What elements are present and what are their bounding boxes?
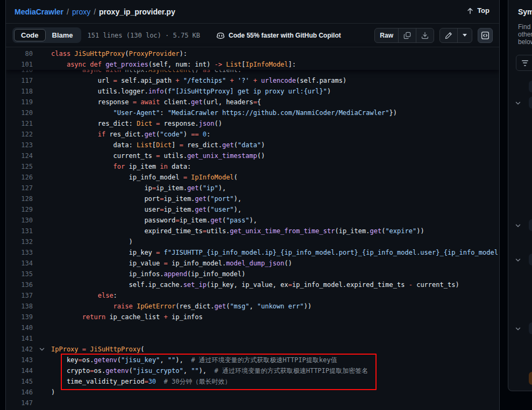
line-number[interactable]: 129 (6, 204, 33, 215)
line-number[interactable]: 80 (6, 48, 33, 59)
line-number[interactable]: 130 (6, 215, 33, 226)
code-text: ip_info_model = IpInfoModel( (51, 172, 238, 183)
line-number[interactable]: 134 (6, 258, 33, 269)
scroll-to-top-button[interactable]: Top (466, 6, 490, 15)
symbol-item-pill[interactable] (529, 254, 532, 265)
symbols-panel-description: Findotherbelow (508, 16, 532, 46)
line-number[interactable]: 127 (6, 183, 33, 193)
symbol-item-pill[interactable] (529, 81, 532, 92)
edit-file-button[interactable] (440, 28, 458, 42)
code-text: response = await client.get(url, headers… (51, 97, 261, 107)
symbol-tree-chevron-icon[interactable] (515, 325, 521, 334)
symbol-item-pill[interactable] (529, 372, 532, 385)
line-number[interactable]: 119 (6, 97, 33, 107)
code-text: res_dict: Dict = response.json() (51, 118, 222, 129)
code-text: url = self.api_path + "/fetchips" + '?' … (51, 75, 346, 86)
symbol-item-pill[interactable] (529, 322, 532, 334)
line-number[interactable]: 147 (6, 398, 33, 408)
line-number[interactable]: 128 (6, 193, 33, 204)
code-text: time_validity_period=30 # 30分钟（最长时效） (51, 376, 231, 387)
line-number[interactable]: 141 (6, 333, 33, 344)
line-number[interactable]: 139 (6, 312, 33, 322)
line-number[interactable]: 144 (6, 365, 33, 376)
copilot-banner-text: Code 55% faster with GitHub Copilot (229, 32, 341, 39)
symbols-panel-toggle-button[interactable] (478, 28, 493, 43)
line-number[interactable]: 138 (6, 301, 33, 312)
line-number[interactable]: 133 (6, 247, 33, 258)
symbol-tree-item (508, 81, 532, 93)
code-text: current_ts = utils.get_unix_timestamp() (51, 150, 265, 161)
line-number[interactable]: 143 (6, 355, 33, 365)
code-listing: 116 async with httpx.AsyncClient() as cl… (6, 64, 499, 408)
code-text: user=ip_item.get("user"), (51, 204, 242, 215)
code-line-124: 124 current_ts = utils.get_unix_timestam… (6, 150, 499, 161)
line-number[interactable]: 135 (6, 269, 33, 279)
code-line-132: 132 ) (6, 236, 499, 247)
line-number[interactable]: 142 (6, 344, 33, 355)
edit-dropdown-button[interactable] (458, 28, 472, 42)
line-number[interactable]: 122 (6, 129, 33, 140)
line-number[interactable]: 125 (6, 161, 33, 172)
line-number[interactable]: 132 (6, 236, 33, 247)
breadcrumb-separator: / (94, 8, 96, 16)
code-line-123: 123 data: List[Dict] = res_dict.get("dat… (6, 140, 499, 150)
breadcrumb-folder-link[interactable]: proxy (72, 8, 90, 16)
symbol-tree-item (508, 322, 532, 335)
symbol-item-pill[interactable] (529, 97, 532, 109)
breadcrumb-filename: proxy_ip_provider.py (99, 8, 175, 16)
line-number[interactable]: 145 (6, 376, 33, 387)
raw-button[interactable]: Raw (375, 28, 399, 42)
symbol-tree-chevron-icon[interactable] (515, 256, 521, 265)
symbol-tree-chevron-icon[interactable] (515, 99, 521, 109)
code-text: return ip_cache_list + ip_infos (51, 312, 203, 322)
triangle-down-icon (463, 34, 467, 37)
pencil-icon (445, 32, 452, 39)
code-line-139: 139 return ip_cache_list + ip_infos (6, 312, 499, 322)
line-number[interactable]: 121 (6, 118, 33, 129)
line-number[interactable]: 126 (6, 172, 33, 183)
chevron-down-icon (515, 257, 521, 263)
symbol-tree-item (508, 372, 532, 385)
code-line-80: 80class JiSuHttpProxy(ProxyProvider): (6, 48, 499, 59)
symbols-panel-title: Sym (508, 0, 532, 16)
line-number[interactable]: 123 (6, 140, 33, 150)
line-number[interactable]: 131 (6, 226, 33, 236)
code-line-140: 140 (6, 322, 499, 333)
chevron-down-icon (39, 346, 45, 353)
copy-raw-content-button[interactable] (399, 28, 416, 42)
line-number[interactable]: 140 (6, 322, 33, 333)
code-line-142: 142IpProxy = JiSuHttpProxy( (6, 344, 499, 355)
line-number[interactable]: 101 (6, 59, 33, 70)
line-number[interactable]: 124 (6, 150, 33, 161)
symbol-item-pill[interactable] (529, 219, 532, 231)
code-line-143: 143 key=os.getenv("jisu_key", ""), # 通过环… (6, 355, 499, 365)
fold-chevron-icon[interactable] (33, 344, 51, 355)
code-text: ip_key = f"JISUHTTP_{ip_info_model.ip}_{… (51, 247, 498, 258)
symbols-panel: Sym Findotherbelow (508, 0, 532, 391)
code-line-147: 147 (6, 398, 499, 408)
breadcrumb-repo-link[interactable]: MediaCrawler (15, 8, 63, 16)
line-number[interactable]: 146 (6, 387, 33, 398)
code-text: port=ip_item.get("port"), (51, 193, 242, 204)
code-text: crypto=os.getenv("jisu_crypto", ""), # 通… (51, 365, 368, 376)
symbols-filter-button[interactable] (516, 55, 532, 71)
copy-icon (403, 32, 411, 39)
copilot-banner: Code 55% faster with GitHub Copilot (216, 31, 341, 40)
code-line-146: 146) (6, 387, 499, 398)
line-number[interactable]: 137 (6, 290, 33, 301)
line-number[interactable]: 117 (6, 75, 33, 86)
code-line-127: 127 ip=ip_item.get("ip"), (6, 183, 499, 193)
line-number[interactable]: 118 (6, 86, 33, 97)
code-text: ip_value = ip_info_model.model_dump_json… (51, 258, 292, 269)
download-raw-button[interactable] (416, 28, 434, 42)
line-number[interactable]: 136 (6, 279, 33, 290)
tab-blame[interactable]: Blame (46, 29, 80, 41)
symbol-tree-chevron-icon[interactable] (515, 221, 521, 231)
tab-code[interactable]: Code (14, 29, 46, 41)
code-text: expired_time_ts=utils.get_unix_time_from… (51, 226, 424, 236)
breadcrumb: MediaCrawler / proxy / proxy_ip_provider… (6, 0, 499, 24)
code-text: IpProxy = JiSuHttpProxy( (51, 344, 144, 355)
line-number[interactable]: 120 (6, 107, 33, 118)
code-text: if res_dict.get("code") == 0: (51, 129, 210, 140)
code-line-138: 138 raise IpGetError(res_dict.get("msg",… (6, 301, 499, 312)
